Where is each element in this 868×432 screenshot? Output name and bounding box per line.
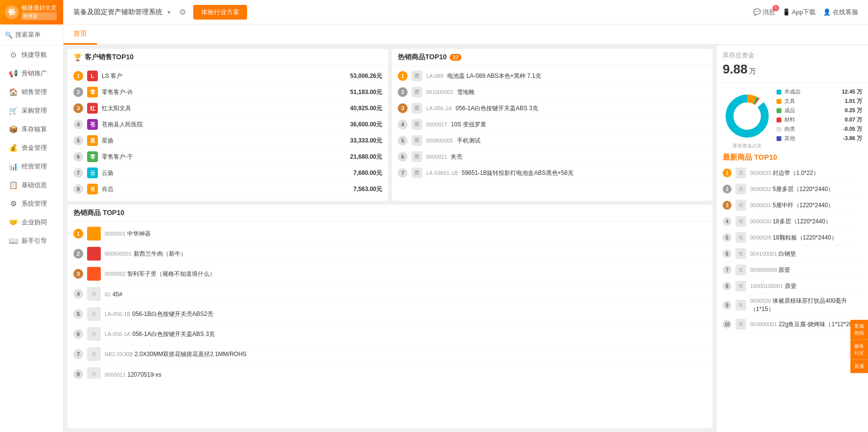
customer-panel-header: 🏆 客户销售TOP10 <box>68 49 388 66</box>
customer-rank-item[interactable]: 3 红 红太阳文具 40,925.00元 <box>68 100 388 117</box>
app-download-button[interactable]: 📱 App下载 <box>782 8 816 17</box>
product-code: 0000011 <box>105 372 126 378</box>
product-thumb: 图 <box>411 119 422 130</box>
customer-rank-item[interactable]: 5 星 星扬 33,333.00元 <box>68 133 388 149</box>
sidebar-item-marketing[interactable]: 📢 营销推广 <box>0 64 63 83</box>
online-service-button[interactable]: 👤 在线客服 <box>823 8 858 17</box>
customer-rank-item[interactable]: 6 零 零售客户-于 21,680.00元 <box>68 149 388 165</box>
customer-avatar: L <box>87 71 98 81</box>
service-community-button[interactable]: 服务社区 <box>850 340 868 360</box>
sidebar: 畅 畅捷通好生意 标准版 🔍 搜索菜单 ⊙ 快捷导航 📢 营销推广 🏠 销售管理… <box>0 0 64 432</box>
direct-broadcast-button[interactable]: 直播 <box>850 360 868 373</box>
sidebar-item-purchase[interactable]: 🛒 采购管理 <box>0 101 63 120</box>
customer-value: 7,680.00元 <box>353 169 382 177</box>
hot-product-item[interactable]: 3 0000002 智利车子里（规格不知道填什么） <box>68 264 712 284</box>
sidebar-item-enterprise[interactable]: 🤝 企业协同 <box>0 213 63 232</box>
hot-item-right-row[interactable]: 2 图 001000002 雪地靴 <box>392 84 712 100</box>
newest-product-item[interactable]: 6 图 004100001 白钢垫 <box>723 246 862 262</box>
customer-name: 苍南县人民医院 <box>102 120 346 129</box>
hot-product-item[interactable]: 1 0000001 中华神器 <box>68 224 712 244</box>
product-name: 手机测试 <box>457 137 480 144</box>
content-right: 库存总资金 9.88 万 <box>716 45 868 432</box>
product-thumbnail: 图 <box>735 248 746 259</box>
hot-product-item[interactable]: 6 图 LA-056-1A 056-1A白色按键开关盖ABS 3克 <box>68 324 712 344</box>
sidebar-item-operations[interactable]: 📊 经营管理 <box>0 157 63 176</box>
newest-product-item[interactable]: 9 图 0000028 体被蔗枝味苏打饮品400毫升（1*15） <box>723 294 862 316</box>
sidebar-item-quick-nav[interactable]: ⊙ 快捷导航 <box>0 46 63 64</box>
operations-icon: 📊 <box>9 162 18 171</box>
sidebar-item-guide[interactable]: 📖 新手引导 <box>0 232 63 250</box>
tab-home[interactable]: 首页 <box>64 24 97 45</box>
donut-chart: 库存资金占比 <box>723 92 772 141</box>
customer-rank-item[interactable]: 4 苍 苍南县人民医院 36,600.00元 <box>68 117 388 133</box>
legend-item: 文具 1.01 万 <box>777 97 862 105</box>
dropdown-icon[interactable]: ▼ <box>166 9 172 15</box>
customer-name: 零售客户-于 <box>102 153 346 161</box>
inventory-icon: 📦 <box>9 125 18 134</box>
product-name: 59651-1B旋转投影灯电池盒ABS黑色+58克 <box>461 169 573 176</box>
product-name: 056-1A白色按键开关盖ABS 3克 <box>456 105 538 112</box>
legend-item: 材料 0.07 万 <box>777 116 862 123</box>
sidebar-item-finance[interactable]: 💰 资金管理 <box>0 139 63 157</box>
product-name: 原壹 <box>785 283 797 289</box>
settings-icon[interactable]: ⚙ <box>179 7 186 17</box>
topbar: 装备及固定资产辅助管理系统 ▼ ⚙ 体验行业方案 💬 消息 6 📱 App下载 … <box>64 0 868 24</box>
product-name: 电池盖 LA-089 ABS本色+黑种 7.1克 <box>447 72 541 79</box>
newest-product-item[interactable]: 10 图 003800001 22g鱼豆腐-烧烤味（1*12*20） <box>723 316 862 333</box>
notification-button[interactable]: 💬 消息 6 <box>753 8 776 17</box>
sidebar-item-sales[interactable]: 🏠 销售管理 <box>0 83 63 101</box>
float-buttons: 客服热线 服务社区 直播 <box>850 320 868 373</box>
newest-product-item[interactable]: 7 图 000800008 原壹 <box>723 262 862 278</box>
customer-value: 51,183.00元 <box>350 88 382 96</box>
hot-product-item[interactable]: 2 000500001 新西兰牛肉（新牛） <box>68 244 712 264</box>
customer-rank-item[interactable]: 8 肖 肖总 7,563.00元 <box>68 181 388 197</box>
sidebar-search[interactable]: 🔍 搜索菜单 <box>0 24 63 46</box>
chart-label: 库存资金占比 <box>732 143 762 149</box>
customer-rank-item[interactable]: 2 零 零售客户-许 51,183.00元 <box>68 84 388 100</box>
hot-item-right-row[interactable]: 5 图 000800005 手机测试 <box>392 133 712 149</box>
newest-product-item[interactable]: 4 图 0000030 18多层（1220*2440） <box>723 214 862 230</box>
customer-rank-item[interactable]: 7 云 云扬 7,680.00元 <box>68 165 388 181</box>
customer-rank-item[interactable]: 1 L LS 客户 53,006.26元 <box>68 68 388 84</box>
trial-button[interactable]: 体验行业方案 <box>193 5 247 20</box>
rank-number: 2 <box>73 87 83 97</box>
rank-number: 2 <box>398 87 408 97</box>
sales-icon: 🏠 <box>9 88 18 96</box>
sidebar-item-system[interactable]: ⚙ 系统管理 <box>0 194 63 213</box>
newest-products-list: 1 图 0000033 封边带（1.0*22） 2 图 0000032 5厘多层… <box>723 165 862 333</box>
customer-value: 53,006.26元 <box>350 72 382 80</box>
newest-product-item[interactable]: 5 图 0000029 18颗粒板（1220*2440） <box>723 230 862 246</box>
hot-product-item[interactable]: 4 图 01 45# <box>68 284 712 304</box>
customer-rank-list: 1 L LS 客户 53,006.26元 2 零 零售客户-许 51,183.0… <box>68 66 388 199</box>
newest-product-item[interactable]: 3 图 0000031 5厘中纤（1220*2440） <box>723 197 862 214</box>
hot-item-right-row[interactable]: 3 图 LA-056-1A 056-1A白色按键开关盖ABS 3克 <box>392 100 712 117</box>
rank-number: 4 <box>398 120 408 129</box>
logo-icon: 畅 <box>5 5 19 19</box>
product-thumb: 图 <box>411 168 422 178</box>
product-image <box>87 247 101 261</box>
newest-product-item[interactable]: 1 图 0000033 封边带（1.0*22） <box>723 165 862 181</box>
sidebar-item-inventory[interactable]: 📦 库存核算 <box>0 120 63 139</box>
sidebar-item-basic-info[interactable]: 📋 基础信息 <box>0 176 63 194</box>
newest-product-item[interactable]: 8 图 10000100001 原壹 <box>723 278 862 294</box>
customer-service-button[interactable]: 客服热线 <box>850 320 868 340</box>
legend-color <box>777 99 781 104</box>
hot-item-right-row[interactable]: 7 图 LA-59651-1B 59651-1B旋转投影灯电池盒ABS黑色+58… <box>392 165 712 181</box>
product-name: 中华神器 <box>127 230 151 237</box>
finance-icon: 💰 <box>9 144 18 152</box>
search-menu-button[interactable]: 🔍 搜索菜单 <box>5 28 58 41</box>
rank-number: 6 <box>723 249 731 258</box>
product-name: 12070519-xs <box>127 371 161 378</box>
enterprise-icon: 🤝 <box>9 218 18 227</box>
hot-product-item[interactable]: 7 图 NB2.0X30B 2.0X30MM双搓花轴搓花直径2.1MM/ROHS <box>68 344 712 364</box>
hot-product-item[interactable]: 8 图 0000011 12070519-xs <box>68 364 712 379</box>
hot-item-right-row[interactable]: 1 图 LA-089 电池盖 LA-089 ABS本色+黑种 7.1克 <box>392 68 712 84</box>
hot-item-right-row[interactable]: 6 图 0000021 夹壳 <box>392 149 712 165</box>
newest-product-item[interactable]: 2 图 0000032 5厘多层（1220*2440） <box>723 181 862 197</box>
legend-item: 其他 -3.86 万 <box>777 135 862 142</box>
hot-product-item[interactable]: 5 图 LA-056-1B 056-1B白色按键开关壳ABS2壳 <box>68 304 712 324</box>
legend-label: 材料 <box>784 116 842 123</box>
product-name: 5厘多层（1220*2440） <box>773 186 834 192</box>
legend-label: 其他 <box>784 135 840 142</box>
hot-item-right-row[interactable]: 4 图 0000017 10S 变扭罗浆 <box>392 117 712 133</box>
